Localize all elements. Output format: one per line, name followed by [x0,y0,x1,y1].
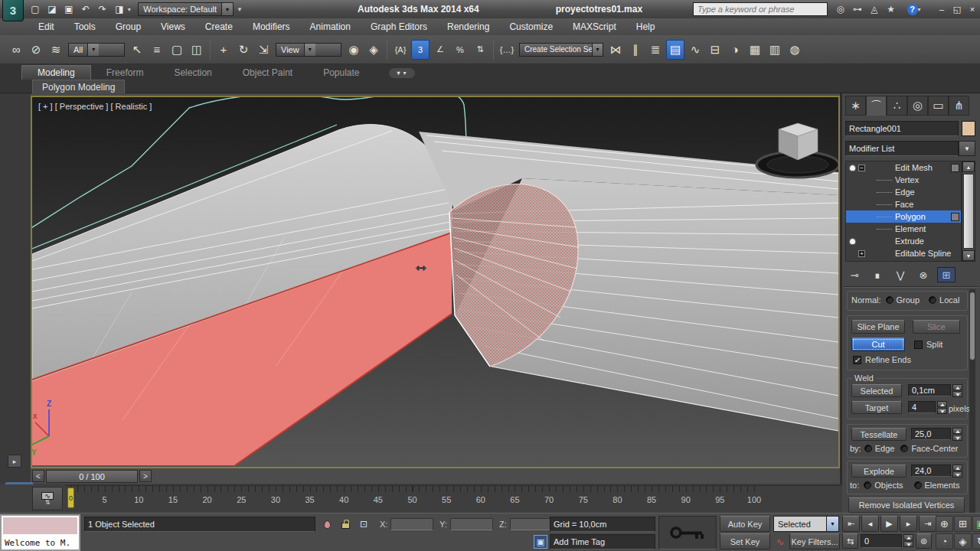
weld-target-button[interactable]: Target [851,401,902,414]
normal-radio-option[interactable]: Local [929,295,959,305]
modifier-stack-row[interactable]: − Edit Mesh [846,161,961,174]
playback-button[interactable]: ⇥ [919,516,936,532]
command-panel-tab[interactable]: ▭ [928,96,949,116]
slice-button[interactable]: Slice [913,320,960,334]
window-control-button[interactable]: – [934,5,949,15]
tessellate-field[interactable]: 25,0 [911,428,951,440]
frame-spinner[interactable] [903,534,913,547]
toolbar-icon[interactable]: ▤ [666,40,684,60]
weld-threshold-spinner[interactable] [952,384,962,397]
menu-item[interactable]: Graph Editors [371,21,427,32]
scroll-up-icon[interactable]: ▲ [962,161,975,172]
search-box[interactable] [693,2,828,16]
modifier-stack-row[interactable]: Edge [846,186,961,198]
modifier-list-arrow-icon[interactable]: ▼ [959,141,975,156]
quick-access-icon[interactable]: ↶ [78,2,93,16]
ribbon-tab[interactable]: Object Paint [227,66,308,80]
x-coordinate-field[interactable] [390,518,433,530]
stack-tool-button[interactable]: ⊞ [937,267,956,282]
weld-target-spinner[interactable] [937,401,947,414]
toolbar-icon[interactable]: ▢ [168,40,186,60]
viewport-nav-button[interactable]: ◔ [936,533,953,549]
toolbar-icon[interactable]: ⇲ [254,40,273,60]
default-in-out-tangent-icon[interactable]: ∿ [773,535,787,549]
menu-item[interactable]: Modifiers [253,21,290,32]
add-time-tag-field[interactable]: Add Time Tag [550,534,655,549]
workspace-flyout-caret[interactable]: ▼ [237,6,243,13]
normal-radio-option[interactable]: Group [886,295,920,305]
toolbar-icon[interactable]: ◑ [726,40,744,60]
undo-dropdown-caret[interactable]: ▾ [128,6,133,13]
selection-lock-balloon-icon[interactable] [320,518,334,530]
time-configuration-button[interactable]: ⊚ [916,533,932,549]
toolbar-icon[interactable]: ⊟ [706,40,724,60]
menu-item[interactable]: Group [116,21,141,32]
tessellate-spinner[interactable] [952,428,962,441]
to-radio-option[interactable]: Elements [914,481,960,490]
expander-icon[interactable]: − [858,165,865,171]
toolbar-icon[interactable]: ≋ [47,40,65,60]
toolbar-icon[interactable]: ∿ [686,40,704,60]
ribbon-tab[interactable]: Selection [158,66,227,80]
explode-button[interactable]: Explode [851,465,906,478]
radio-icon[interactable] [864,445,872,452]
modifier-stack-row[interactable]: Face [846,198,961,210]
radio-icon[interactable] [886,296,893,304]
refine-ends-checkbox[interactable] [853,356,861,364]
modifier-stack-row[interactable]: Element [846,223,961,235]
refine-ends-row[interactable]: Refine Ends [853,355,911,364]
titlebar-icon[interactable]: ★ [883,4,900,15]
cut-button[interactable]: Cut [851,337,905,351]
y-coordinate-field[interactable] [450,518,493,530]
toolbar-icon[interactable]: ◫ [188,40,206,60]
stack-tool-button[interactable]: ⋁ [891,267,910,282]
quick-access-icon[interactable]: ◨ [112,2,127,16]
ribbon-tab[interactable]: Modeling [21,65,91,80]
toolbar-icon[interactable]: ∥ [626,40,645,60]
ribbon-tab[interactable]: Freeform [91,66,159,80]
toolbar-icon[interactable]: ≡ [148,40,166,60]
explode-spinner[interactable] [952,465,962,478]
radio-icon[interactable] [914,481,922,489]
menu-item[interactable]: Tools [74,21,96,32]
stack-scrollbar[interactable]: ▲ ▼ [962,161,975,262]
toolbar-icon[interactable]: ◈ [364,40,383,60]
viewport-nav-button[interactable]: ↻ [972,533,980,549]
z-coordinate-field[interactable] [510,518,553,530]
object-name-field[interactable]: Rectangle001 [845,121,959,136]
command-panel-tab[interactable]: ∴ [887,96,907,116]
expander-icon[interactable]: + [858,250,865,257]
expand-rollout-arrow[interactable]: ▸ [8,455,21,468]
window-control-button[interactable]: ◱ [949,5,965,15]
weld-selected-button[interactable]: Selected [851,384,902,397]
toolbar-icon[interactable]: ≣ [646,40,665,60]
perspective-viewport[interactable]: [ + ] [ Perspective ] [ Realistic ] [31,96,840,468]
quick-access-icon[interactable]: ▣ [61,2,77,16]
absolute-mode-icon[interactable]: ⊡ [357,518,371,530]
to-radio-option[interactable]: Objects [864,481,903,490]
toolbar-icon[interactable]: ⇅ [471,40,489,60]
set-keys-button[interactable] [658,516,717,549]
tessellate-button[interactable]: Tessellate [851,428,906,441]
menu-item[interactable]: Edit [38,21,54,32]
mini-curve-editor-button[interactable]: ∿ ⇅ [32,487,63,510]
visibility-bulb-icon[interactable] [849,238,856,245]
modifier-stack-row[interactable]: Vertex [846,174,961,186]
command-panel-tab[interactable]: ◎ [907,96,928,116]
playback-button[interactable]: ▸ [900,516,917,532]
radio-icon[interactable] [900,445,908,452]
visibility-bulb-icon[interactable] [849,165,856,171]
stack-tool-button[interactable]: ⊸ [845,267,864,282]
current-frame-field[interactable]: 0 [861,534,902,548]
set-key-button[interactable]: Set Key [720,533,770,549]
ribbon-collapse-button[interactable]: ▾▾ [389,68,415,78]
explode-field[interactable]: 24,0 [911,465,951,477]
quick-access-icon[interactable]: ▢ [28,2,43,16]
time-slider-handle[interactable]: 0 / 100 [46,470,138,483]
toolbar-icon[interactable]: ◍ [786,40,804,60]
slice-plane-button[interactable]: Slice Plane [851,320,905,334]
toolbar-icon[interactable]: % [451,40,469,60]
rollout-scroll-thumb[interactable] [970,292,975,360]
key-mode-toggle[interactable]: ⇆ [842,533,858,549]
help-caret[interactable]: ▾ [918,6,923,13]
